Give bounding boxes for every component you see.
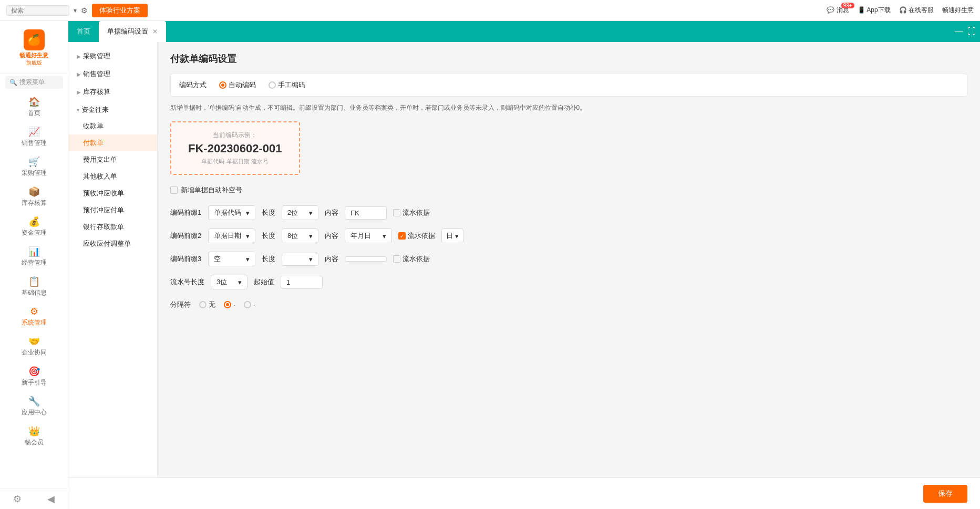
sidebar-settings-icon[interactable]: ⚙ <box>13 493 22 505</box>
tab-minimize-icon[interactable]: — <box>955 27 963 36</box>
nav-item-payment[interactable]: 付款单 <box>68 134 157 151</box>
sidebar-label-enterprise: 企业协同 <box>22 348 47 357</box>
sidebar-item-member[interactable]: 👑 畅会员 <box>0 421 68 451</box>
sidebar-item-sales[interactable]: 📈 销售管理 <box>0 122 68 152</box>
serial-length-select[interactable]: 3位 <box>211 275 247 289</box>
nav-item-expense[interactable]: 费用支出单 <box>68 151 157 168</box>
sidebar-label-system: 系统管理 <box>22 318 47 327</box>
content-area: 首页 单据编码设置 ✕ — ⛶ ▶ 采购管理 <box>68 21 980 509</box>
sep-option-dot2[interactable]: · <box>244 301 255 309</box>
date-unit-select[interactable]: 日 <box>441 228 463 243</box>
length-dropdown-2 <box>309 232 313 240</box>
serial-check-1[interactable]: 流水依据 <box>393 208 430 217</box>
top-bar: ▾ ⚙ 体验行业方案 💬 消息 99+ 📱 App下载 🎧 在线客服 畅通好生意 <box>0 0 980 21</box>
explore-btn[interactable]: 体验行业方案 <box>92 4 148 17</box>
sidebar-item-home[interactable]: 🏠 首页 <box>0 92 68 122</box>
nav-item-bank[interactable]: 银行存取款单 <box>68 219 157 235</box>
sidebar-item-finance[interactable]: 💰 资金管理 <box>0 212 68 242</box>
nav-item-prepay-receivable[interactable]: 预收冲应收单 <box>68 185 157 202</box>
prefix-value-2: 单据日期 <box>214 231 241 241</box>
apps-icon: 🔧 <box>28 396 40 407</box>
tab-maximize-icon[interactable]: ⛶ <box>967 27 976 36</box>
online-service-link[interactable]: 🎧 在线客服 <box>899 6 934 15</box>
auto-code-option[interactable]: 自动编码 <box>219 80 256 90</box>
sidebar-item-apps[interactable]: 🔧 应用中心 <box>0 391 68 421</box>
nav-group-purchase-label: 采购管理 <box>83 51 110 61</box>
purchase-icon: 🛒 <box>28 156 40 168</box>
nav-arrow-fund: ▾ <box>77 107 79 113</box>
nav-group-fund: ▾ 资金往来 收款单 付款单 费用支出单 其他收入单 预收冲应收单 预付冲应付单… <box>68 102 157 252</box>
tab-encoding[interactable]: 单据编码设置 ✕ <box>99 21 166 42</box>
sidebar-label-inventory: 库存核算 <box>22 199 47 207</box>
system-icon: ⚙ <box>30 306 38 317</box>
sidebar-item-enterprise[interactable]: 🤝 企业协同 <box>0 331 68 361</box>
sep-option-dot[interactable]: · <box>224 301 235 309</box>
sep-radio-dot2[interactable] <box>244 301 251 308</box>
nav-item-adjust[interactable]: 应收应付调整单 <box>68 235 157 252</box>
serial-length-label: 流水号长度 <box>170 277 204 287</box>
nav-group-fund-title[interactable]: ▾ 资金往来 <box>68 102 157 118</box>
search-icon: 🔍 <box>9 79 17 86</box>
sidebar-item-ops[interactable]: 📊 经营管理 <box>0 242 68 272</box>
nav-group-purchase-title[interactable]: ▶ 采购管理 <box>68 48 157 64</box>
enterprise-icon: 🤝 <box>28 336 40 347</box>
tab-close-icon[interactable]: ✕ <box>152 28 158 35</box>
serial-checkbox-2[interactable] <box>398 232 406 240</box>
length-label-2: 长度 <box>262 231 275 241</box>
length-select-1[interactable]: 2位 <box>282 205 318 220</box>
serial-check-2[interactable]: 流水依据 <box>398 231 435 241</box>
serial-check-3[interactable]: 流水依据 <box>393 254 430 264</box>
prefix-select-3[interactable]: 空 <box>208 252 255 266</box>
bottom-bar: 保存 <box>68 477 980 509</box>
message-icon-wrap[interactable]: 💬 消息 99+ <box>827 6 849 15</box>
nav-item-receipt[interactable]: 收款单 <box>68 118 157 134</box>
sidebar-collapse-icon[interactable]: ◀ <box>47 493 55 505</box>
sidebar-item-base[interactable]: 📋 基础信息 <box>0 272 68 302</box>
prefix-select-2[interactable]: 单据日期 <box>208 228 255 243</box>
sidebar-item-system[interactable]: ⚙ 系统管理 <box>0 302 68 331</box>
start-value-input[interactable]: 1 <box>281 276 323 289</box>
settings-icon[interactable]: ⚙ <box>81 6 88 15</box>
sidebar-label-sales: 销售管理 <box>22 139 47 148</box>
sep-option-none[interactable]: 无 <box>199 300 215 309</box>
serial-checkbox-3[interactable] <box>393 255 400 263</box>
sidebar-search[interactable]: 🔍 搜索菜单 <box>5 76 63 89</box>
main-layout: 🍊 畅通好生意 旗舰版 🔍 搜索菜单 🏠 首页 📈 销售管理 🛒 采购管理 📦 … <box>0 21 980 509</box>
manual-code-option[interactable]: 手工编码 <box>269 80 305 90</box>
prefix-dropdown-3 <box>246 255 250 263</box>
serial-checkbox-1[interactable] <box>393 209 400 216</box>
tab-home[interactable]: 首页 <box>68 21 99 42</box>
length-value-2: 8位 <box>287 231 298 241</box>
sep-radio-dot[interactable] <box>224 301 231 308</box>
date-unit-value: 日 <box>446 231 453 241</box>
sep-label-dot: · <box>233 301 235 309</box>
sidebar-item-purchase[interactable]: 🛒 采购管理 <box>0 152 68 182</box>
app-download-link[interactable]: 📱 App下载 <box>858 6 891 15</box>
length-select-2[interactable]: 8位 <box>282 228 318 243</box>
config-row-3: 编码前缀3 空 长度 内容 流水依据 <box>170 252 967 266</box>
nav-group-inventory-title[interactable]: ▶ 库存核算 <box>68 84 157 100</box>
page-title: 付款单编码设置 <box>170 53 967 65</box>
search-input[interactable] <box>6 5 69 16</box>
message-badge: 99+ <box>841 3 854 8</box>
top-bar-right: 💬 消息 99+ 📱 App下载 🎧 在线客服 畅通好生意 <box>827 6 974 15</box>
sidebar-item-inventory[interactable]: 📦 库存核算 <box>0 182 68 212</box>
dropdown-arrow-icon[interactable]: ▾ <box>74 7 77 14</box>
sidebar-item-guide[interactable]: 🎯 新手引导 <box>0 361 68 391</box>
nav-group-sales-title[interactable]: ▶ 销售管理 <box>68 66 157 82</box>
auto-code-radio[interactable] <box>219 81 226 89</box>
content-label-2: 内容 <box>325 231 338 241</box>
nav-item-income[interactable]: 其他收入单 <box>68 168 157 185</box>
length-select-3[interactable] <box>282 253 318 266</box>
prefix-label-1: 编码前缀1 <box>170 208 202 217</box>
save-button[interactable]: 保存 <box>923 485 967 503</box>
nav-item-prepay-payable[interactable]: 预付冲应付单 <box>68 202 157 219</box>
auto-fill-checkbox[interactable] <box>170 186 178 194</box>
nav-group-inventory-label: 库存核算 <box>83 87 110 97</box>
content-label-3: 内容 <box>325 254 338 264</box>
content-select-2[interactable]: 年月日 <box>345 228 392 243</box>
manual-code-radio[interactable] <box>269 81 276 89</box>
sep-radio-none[interactable] <box>199 301 207 308</box>
prefix-select-1[interactable]: 单据代码 <box>208 205 255 220</box>
serial-length-dropdown <box>238 278 242 286</box>
